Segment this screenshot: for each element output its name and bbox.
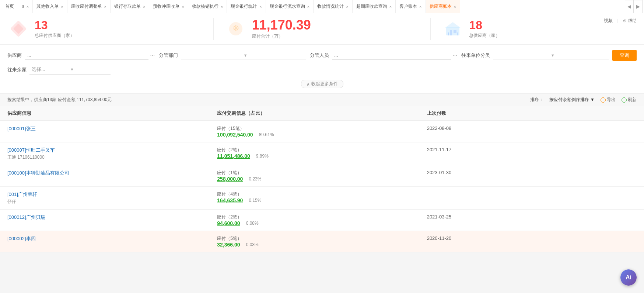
person-input[interactable] bbox=[332, 51, 451, 60]
export-icon bbox=[601, 97, 606, 103]
supplier-link-3[interactable]: [000100]本特勤油品有限公司 bbox=[7, 170, 69, 176]
transaction-amount-6[interactable]: 32,366.00 bbox=[217, 242, 240, 248]
close-icon[interactable]: × bbox=[27, 4, 29, 9]
payable-suppliers-number: 13 bbox=[35, 19, 74, 31]
transaction-label-3: 应付（1笔） bbox=[217, 170, 427, 176]
supplier-cell-2: [000007]恒旺二手叉车 王通 17106110000 bbox=[7, 147, 217, 161]
table-row: [000007]恒旺二手叉车 王通 17106110000 应付（2笔） 11,… bbox=[0, 142, 644, 165]
table-row: [000100]本特勤油品有限公司 应付（1笔） 258,000.00 0.23… bbox=[0, 165, 644, 187]
chevron-down-icon: ▼ bbox=[244, 53, 304, 58]
table-row: [000002]李四 应付（5笔） 32,366.00 0.03% 2020-1… bbox=[0, 231, 644, 252]
transaction-percent-3: 0.23% bbox=[249, 176, 261, 182]
export-button[interactable]: 导出 bbox=[601, 97, 616, 103]
table-row: [000012]广州贝瑞 应付（2笔） 94,600.00 0.08% 2021… bbox=[0, 210, 644, 231]
nav-tab-other-income[interactable]: 其他收入单 × bbox=[33, 0, 67, 13]
nav-tab-home[interactable]: 首页 bbox=[1, 0, 18, 13]
person-label: 分管人员 bbox=[310, 52, 329, 59]
search-field-dept: 分管部门 ▼ bbox=[159, 52, 307, 59]
supplier-link-5[interactable]: [000012]广州贝瑞 bbox=[7, 214, 45, 220]
close-icon[interactable]: × bbox=[259, 4, 262, 9]
total-suppliers-label: 总供应商（家） bbox=[469, 32, 500, 39]
close-icon[interactable]: × bbox=[104, 4, 106, 9]
transaction-percent-2: 9.89% bbox=[256, 154, 269, 159]
chevron-down-icon-2: ▼ bbox=[551, 53, 606, 58]
transaction-percent-4: 0.15% bbox=[249, 198, 261, 203]
stat-divider-2 bbox=[430, 18, 431, 40]
search-row-1: 供应商 ··· 分管部门 ▼ 分管人员 ··· 往来单位分类 ▼ 查询 bbox=[7, 50, 637, 61]
video-link[interactable]: 视频 bbox=[604, 18, 613, 24]
nav-tab-overdue[interactable]: 超期应收款查询 × bbox=[353, 0, 396, 13]
total-suppliers-number: 18 bbox=[469, 19, 500, 31]
sort-value[interactable]: 按应付余额倒序排序 ▼ bbox=[549, 97, 595, 103]
close-icon[interactable]: × bbox=[143, 4, 145, 9]
nav-tab-prepay[interactable]: 预收冲应收单 × bbox=[149, 0, 188, 13]
supplier-input[interactable] bbox=[25, 51, 148, 60]
nav-tab-cash-flow[interactable]: 现金银行流水查询 × bbox=[266, 0, 314, 13]
close-icon[interactable]: × bbox=[61, 4, 63, 9]
stat-content-1: 13 总应付供应商（家） bbox=[35, 19, 74, 39]
close-icon[interactable]: × bbox=[454, 4, 456, 9]
close-icon[interactable]: × bbox=[419, 4, 421, 9]
transaction-row-6: 32,366.00 0.03% bbox=[217, 242, 427, 248]
category-select[interactable]: ▼ bbox=[493, 52, 609, 59]
help-link[interactable]: ⊙ 帮助 bbox=[623, 18, 637, 24]
transaction-cell-6: 应付（5笔） 32,366.00 0.03% bbox=[217, 235, 427, 248]
dept-select[interactable]: ▼ bbox=[181, 52, 307, 59]
transaction-row-1: 100,092,540.00 89.61% bbox=[217, 132, 427, 138]
stat-block-payable-total: ❋ 11,170.39 应付合计（万） bbox=[225, 18, 420, 40]
close-icon[interactable]: × bbox=[221, 4, 223, 9]
supplier-link-1[interactable]: [000001]张三 bbox=[7, 126, 36, 131]
results-bar: 搜索结果中，供应商13家 应付金额 111,703,854.00元 排序： 按应… bbox=[0, 94, 644, 106]
transaction-amount-3[interactable]: 258,000.00 bbox=[217, 176, 243, 182]
nav-prev-arrow[interactable]: ◀ bbox=[625, 0, 634, 13]
transaction-cell-2: 应付（2笔） 11,051,486.00 9.89% bbox=[217, 147, 427, 159]
nav-tab-collection[interactable]: 收款核销执行 × bbox=[188, 0, 227, 13]
transaction-percent-6: 0.03% bbox=[246, 242, 259, 247]
transaction-cell-4: 应付（4笔） 164,635.90 0.15% bbox=[217, 191, 427, 203]
collapse-button[interactable]: ∧ 收起更多条件 bbox=[301, 80, 343, 88]
search-panel: 供应商 ··· 分管部门 ▼ 分管人员 ··· 往来单位分类 ▼ 查询 往来 bbox=[0, 45, 644, 94]
svg-rect-6 bbox=[450, 30, 452, 35]
svg-text:❋: ❋ bbox=[232, 24, 239, 33]
close-icon[interactable]: × bbox=[346, 4, 348, 9]
last-payment-5: 2021-03-25 bbox=[427, 214, 637, 220]
balance-select[interactable]: 选择... ▼ bbox=[29, 65, 111, 75]
transaction-amount-1[interactable]: 100,092,540.00 bbox=[217, 132, 253, 138]
close-icon[interactable]: × bbox=[307, 4, 309, 9]
refresh-button[interactable]: 刷新 bbox=[622, 97, 637, 103]
transaction-percent-5: 0.08% bbox=[246, 221, 259, 226]
nav-tab-bank-deposit[interactable]: 银行存取款单 × bbox=[111, 0, 149, 13]
diamond-icon bbox=[7, 18, 29, 40]
balance-placeholder: 选择... bbox=[32, 66, 70, 73]
close-icon[interactable]: × bbox=[389, 4, 392, 9]
nav-tab-3[interactable]: 3 × bbox=[18, 0, 33, 13]
table-header: 供应商信息 应付交易信息（占比） 上次付数 bbox=[0, 106, 644, 121]
supplier-label: 供应商 bbox=[7, 52, 22, 59]
transaction-amount-4[interactable]: 164,635.90 bbox=[217, 197, 243, 203]
person-dots-icon[interactable]: ··· bbox=[452, 52, 457, 59]
supplier-link-2[interactable]: [000007]恒旺二手叉车 bbox=[7, 147, 55, 153]
header-actions: 视频 ｜ ⊙ 帮助 bbox=[604, 18, 637, 24]
nav-tab-ap-adjust[interactable]: 应收应付调整单 × bbox=[67, 0, 111, 13]
close-icon[interactable]: × bbox=[182, 4, 184, 9]
payable-suppliers-label: 总应付供应商（家） bbox=[35, 32, 74, 39]
nav-tab-supplier-account[interactable]: 供应商账本 × bbox=[426, 0, 460, 13]
balance-label: 往来余额 bbox=[7, 66, 27, 73]
stat-divider-1 bbox=[213, 18, 214, 40]
supplier-link-4[interactable]: [001]广州荣轩 bbox=[7, 192, 37, 197]
transaction-row-4: 164,635.90 0.15% bbox=[217, 197, 427, 203]
header-transaction-info: 应付交易信息（占比） bbox=[217, 110, 427, 117]
supplier-dots-icon[interactable]: ··· bbox=[150, 52, 155, 59]
stat-content-2: 11,170.39 应付合计（万） bbox=[252, 18, 311, 39]
supplier-cell-5: [000012]广州贝瑞 bbox=[7, 214, 217, 221]
nav-next-arrow[interactable]: ▶ bbox=[634, 0, 643, 13]
transaction-amount-2[interactable]: 11,051,486.00 bbox=[217, 153, 250, 159]
nav-tab-collection-stats[interactable]: 收款情况统计 × bbox=[314, 0, 352, 13]
question-icon: ⊙ bbox=[623, 18, 628, 23]
supplier-cell-3: [000100]本特勤油品有限公司 bbox=[7, 170, 217, 176]
query-button[interactable]: 查询 bbox=[612, 50, 637, 61]
transaction-amount-5[interactable]: 94,600.00 bbox=[217, 220, 240, 226]
supplier-link-6[interactable]: [000002]李四 bbox=[7, 236, 36, 241]
nav-tab-cash-bank-stats[interactable]: 现金银行统计 × bbox=[227, 0, 266, 13]
nav-tab-customer-account[interactable]: 客户账本 × bbox=[396, 0, 426, 13]
